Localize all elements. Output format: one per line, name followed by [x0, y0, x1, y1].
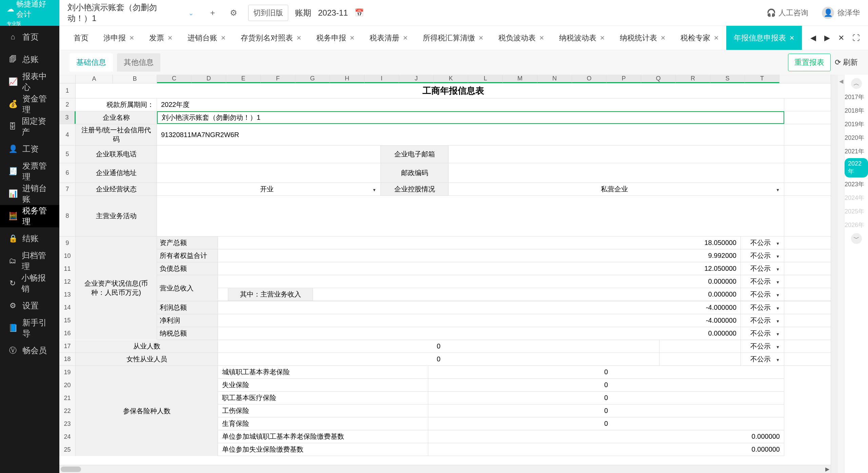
business-status-dropdown[interactable]: 开业: [157, 183, 381, 195]
tab-1[interactable]: 涉申报✕: [96, 26, 142, 50]
publicity-dropdown[interactable]: 不公示: [741, 236, 784, 249]
year-down-button[interactable]: ﹀: [851, 233, 862, 244]
year-option-2022年[interactable]: 2022年: [845, 158, 868, 177]
col-header-N[interactable]: N: [537, 75, 572, 83]
switch-old-version-button[interactable]: 切到旧版: [248, 5, 288, 21]
col-header-K[interactable]: K: [434, 75, 468, 83]
col-header-B[interactable]: B: [113, 75, 157, 83]
sidebar-item-6[interactable]: 🧾发票管理: [0, 160, 59, 183]
sidebar-item-13[interactable]: 📘新手引导: [0, 317, 59, 339]
tab-8[interactable]: 税负波动表✕: [491, 26, 552, 50]
sidebar-item-2[interactable]: 📈报表中心: [0, 71, 59, 93]
tab-5[interactable]: 税务申报✕: [309, 26, 362, 50]
account-settings-button[interactable]: ⚙: [226, 8, 241, 18]
tab-6[interactable]: 税表清册✕: [362, 26, 415, 50]
tab-close-icon[interactable]: ✕: [167, 34, 173, 42]
year-option-2025年[interactable]: 2025年: [845, 205, 868, 218]
calendar-icon[interactable]: 📅: [355, 8, 364, 17]
year-option-2017年[interactable]: 2017年: [845, 90, 868, 104]
tab-close-icon[interactable]: ✕: [478, 34, 484, 42]
sidebar-item-0[interactable]: ⌂首页: [0, 26, 59, 48]
fullscreen-button[interactable]: ⛶: [848, 34, 864, 42]
sidebar-item-1[interactable]: 🗐总账: [0, 48, 59, 71]
tab-3[interactable]: 进销台账✕: [180, 26, 233, 50]
tab-4[interactable]: 存货别名对照表✕: [233, 26, 309, 50]
year-up-button[interactable]: ︿: [851, 78, 862, 89]
tab-close-icon[interactable]: ✕: [789, 34, 794, 42]
col-header-F[interactable]: F: [261, 75, 295, 83]
col-header-G[interactable]: G: [295, 75, 330, 83]
collapse-year-rail-button[interactable]: ◀: [837, 75, 844, 473]
tab-2[interactable]: 发票✕: [142, 26, 180, 50]
chevron-down-icon[interactable]: ⌄: [183, 9, 199, 17]
tab-close-icon[interactable]: ✕: [403, 34, 408, 42]
tab-close-icon[interactable]: ✕: [539, 34, 544, 42]
sidebar-item-9[interactable]: 🔒结账: [0, 227, 59, 250]
spreadsheet-grid[interactable]: 1 工商年报信息表 2 税款所属期间： 2022年度 3 企业名称 刘小艳演示账…: [59, 83, 831, 465]
row-header[interactable]: 1: [59, 83, 76, 98]
col-header-H[interactable]: H: [330, 75, 364, 83]
tab-close-icon[interactable]: ✕: [221, 34, 226, 42]
year-option-2024年[interactable]: 2024年: [845, 191, 868, 205]
col-header-E[interactable]: E: [226, 75, 261, 83]
tab-0[interactable]: 首页: [66, 26, 96, 50]
vertical-scrollbar[interactable]: [831, 75, 837, 473]
col-header-M[interactable]: M: [503, 75, 537, 83]
sidebar-item-12[interactable]: ⚙设置: [0, 295, 59, 317]
col-header-J[interactable]: J: [399, 75, 434, 83]
tab-close-icon[interactable]: ✕: [660, 34, 666, 42]
sidebar-item-10[interactable]: 🗂归档管理: [0, 250, 59, 272]
subtab-basic-info[interactable]: 基础信息: [70, 53, 113, 72]
year-option-2026年[interactable]: 2026年: [845, 218, 868, 232]
sidebar-item-8[interactable]: 🧮税务管理: [0, 205, 59, 227]
col-header-L[interactable]: L: [468, 75, 503, 83]
tab-close-icon[interactable]: ✕: [129, 34, 134, 42]
selected-cell[interactable]: 刘小艳演示账套（勿删勿动！）1: [157, 111, 784, 124]
reset-report-button[interactable]: 重置报表: [788, 54, 831, 71]
user-menu[interactable]: 👤 徐泽华: [822, 7, 860, 19]
sidebar-item-3[interactable]: 💰资金管理: [0, 93, 59, 115]
add-account-button[interactable]: +: [206, 8, 219, 18]
subtab-other-info[interactable]: 其他信息: [117, 53, 160, 72]
period-value[interactable]: 2023-11: [318, 8, 348, 18]
tabs-next-button[interactable]: ▶: [820, 34, 834, 42]
horizontal-scrollbar[interactable]: ▶: [59, 465, 831, 473]
col-header-C[interactable]: C: [157, 75, 192, 83]
year-option-2021年[interactable]: 2021年: [845, 145, 868, 158]
tab-9[interactable]: 纳税波动表✕: [552, 26, 612, 50]
account-selector-name[interactable]: 刘小艳演示账套（勿删勿动！）1: [67, 2, 176, 24]
year-option-2018年[interactable]: 2018年: [845, 104, 868, 117]
refresh-button[interactable]: ⟳刷新: [835, 57, 858, 68]
tab-7[interactable]: 所得税汇算清缴✕: [415, 26, 491, 50]
sidebar-item-5[interactable]: 👤工资: [0, 138, 59, 160]
col-header-P[interactable]: P: [607, 75, 641, 83]
col-header-Q[interactable]: Q: [641, 75, 676, 83]
consult-button[interactable]: 🎧人工咨询: [767, 8, 808, 18]
sidebar-item-4[interactable]: 🗄固定资产: [0, 115, 59, 138]
col-header-I[interactable]: I: [364, 75, 399, 83]
tab-close-icon[interactable]: ✕: [600, 34, 605, 42]
col-header-A[interactable]: A: [76, 75, 113, 83]
col-header-D[interactable]: D: [192, 75, 226, 83]
period-label: 账期: [295, 7, 311, 18]
tab-close-icon[interactable]: ✕: [714, 34, 719, 42]
col-header-S[interactable]: S: [710, 75, 745, 83]
tab-close-icon[interactable]: ✕: [296, 34, 301, 42]
col-header-T[interactable]: T: [745, 75, 780, 83]
tab-11[interactable]: 税检专家✕: [673, 26, 726, 50]
col-header-O[interactable]: O: [572, 75, 607, 83]
year-option-2023年[interactable]: 2023年: [845, 177, 868, 191]
col-header-R[interactable]: R: [676, 75, 710, 83]
tab-12[interactable]: 年报信息申报表✕: [726, 26, 802, 50]
tab-10[interactable]: 纳税统计表✕: [612, 26, 673, 50]
tabs-close-all-button[interactable]: ✕: [834, 34, 848, 42]
sidebar-item-14[interactable]: Ⓥ畅会员: [0, 339, 59, 362]
holding-status-dropdown[interactable]: 私营企业: [449, 183, 784, 195]
tab-close-icon[interactable]: ✕: [350, 34, 355, 42]
sidebar-item-7[interactable]: 📊进销台账: [0, 183, 59, 205]
year-option-2020年[interactable]: 2020年: [845, 131, 868, 145]
year-option-2019年[interactable]: 2019年: [845, 117, 868, 131]
sidebar-icon: 🧾: [9, 167, 17, 175]
sidebar-item-11[interactable]: ↻小畅报销: [0, 272, 59, 295]
tabs-prev-button[interactable]: ◀: [806, 34, 820, 42]
